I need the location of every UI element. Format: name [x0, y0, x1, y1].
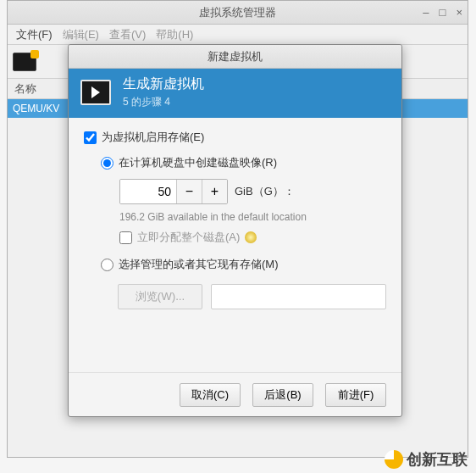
minimize-icon[interactable]: –	[423, 6, 429, 19]
available-space-label: 196.2 GiB available in the default locat…	[119, 211, 386, 223]
watermark-logo-icon	[385, 450, 403, 469]
cancel-button[interactable]: 取消(C)	[180, 383, 241, 407]
maximize-icon[interactable]: □	[440, 6, 446, 19]
spinner-increment[interactable]: +	[202, 180, 227, 203]
select-existing-radio[interactable]	[101, 259, 113, 271]
main-window-title: 虚拟系统管理器	[199, 5, 276, 20]
select-existing-label: 选择管理的或者其它现有存储(M)	[119, 257, 279, 272]
enable-storage-label: 为虚拟机启用存储(E)	[102, 130, 204, 145]
menu-edit[interactable]: 编辑(E)	[63, 27, 99, 42]
size-spinner: − +	[119, 179, 228, 204]
vm-connection-label: QEMU/KV	[13, 103, 59, 114]
vm-header-icon	[80, 80, 111, 105]
app-icon	[16, 8, 25, 17]
watermark-text: 创新互联	[407, 449, 468, 470]
size-input[interactable]	[120, 180, 176, 203]
menu-file[interactable]: 文件(F)	[16, 27, 53, 42]
forward-button[interactable]: 前进(F)	[325, 383, 386, 407]
menubar: 文件(F) 编辑(E) 查看(V) 帮助(H)	[8, 25, 468, 45]
dialog-header: 生成新虚拟机 5 的步骤 4	[69, 69, 401, 118]
dialog-title: 新建虚拟机	[208, 49, 263, 64]
browse-button: 浏览(W)...	[118, 284, 202, 309]
dialog-body: 为虚拟机启用存储(E) 在计算机硬盘中创建磁盘映像(R) − + GiB（G）：…	[69, 118, 401, 372]
storage-path-input	[211, 284, 386, 309]
new-vm-dialog: 新建虚拟机 生成新虚拟机 5 的步骤 4 为虚拟机启用存储(E) 在计算机硬盘中…	[68, 44, 402, 417]
size-unit-label: GiB（G）：	[235, 184, 295, 199]
back-button[interactable]: 后退(B)	[252, 383, 313, 407]
dialog-header-title: 生成新虚拟机	[123, 75, 204, 93]
main-titlebar: 虚拟系统管理器 – □ ×	[8, 1, 468, 25]
step-prefix: 5 的步骤	[123, 96, 164, 108]
dialog-footer: 取消(C) 后退(B) 前进(F)	[69, 372, 401, 416]
new-vm-icon[interactable]	[13, 53, 36, 71]
allocate-now-label: 立即分配整个磁盘(A)	[137, 230, 240, 245]
hint-bulb-icon[interactable]	[245, 231, 257, 243]
enable-storage-checkbox[interactable]	[84, 131, 97, 144]
allocate-now-checkbox[interactable]	[119, 231, 132, 244]
column-name: 名称	[14, 81, 36, 97]
dialog-titlebar: 新建虚拟机	[69, 45, 401, 69]
create-disk-label: 在计算机硬盘中创建磁盘映像(R)	[119, 155, 277, 170]
close-icon[interactable]: ×	[456, 6, 462, 19]
spinner-decrement[interactable]: −	[176, 180, 202, 203]
menu-view[interactable]: 查看(V)	[109, 27, 146, 42]
watermark: 创新互联	[385, 449, 468, 470]
create-disk-radio[interactable]	[101, 157, 113, 170]
step-current: 4	[164, 96, 170, 108]
play-icon	[91, 86, 100, 98]
menu-help[interactable]: 帮助(H)	[156, 27, 193, 42]
